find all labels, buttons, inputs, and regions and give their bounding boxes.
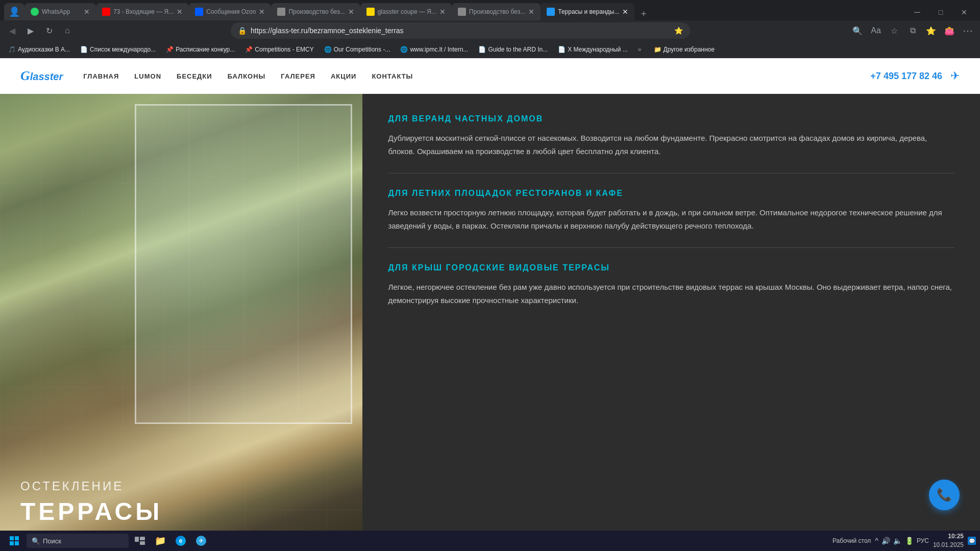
browser-chrome: 👤 WhatsApp ✕ 73 - Входящие — Я... ✕ Сооб… — [0, 0, 980, 58]
maximize-button[interactable]: □ — [929, 4, 952, 20]
forward-button[interactable]: ▶ — [22, 22, 39, 39]
nav-lumon[interactable]: LUMON — [134, 72, 161, 80]
svg-rect-0 — [10, 536, 14, 540]
bookmark-ipmc[interactable]: 🌐 www.ipmc.lt / Intern... — [396, 44, 472, 55]
main-content-area: ОСТЕКЛЕНИЕ ТЕРРАСЫ ДЛЯ ВЕРАНД ЧАСТНЫХ ДО… — [0, 94, 980, 551]
bookmark-guide[interactable]: 📄 Guide to the ARD In... — [474, 44, 552, 55]
browser-wallet-icon[interactable]: 👛 — [941, 22, 958, 39]
section-title-3: ДЛЯ КРЫШ ГОРОДСКИЕ ВИДОВЫЕ ТЕРРАСЫ — [388, 263, 954, 272]
tab-close-glasster-ya[interactable]: ✕ — [439, 8, 446, 16]
hero-overlay-text: ОСТЕКЛЕНИЕ ТЕРРАСЫ — [20, 479, 342, 525]
tab-whatsapp[interactable]: WhatsApp ✕ — [24, 3, 96, 20]
profile-tab[interactable]: 👤 — [4, 3, 24, 20]
hero-title: ТЕРРАСЫ — [20, 497, 342, 525]
nav-gazebos[interactable]: БЕСЕДКИ — [177, 72, 212, 80]
new-tab-button[interactable]: ＋ — [636, 6, 651, 20]
section-private-homes: ДЛЯ ВЕРАНД ЧАСТНЫХ ДОМОВ Дублируется мос… — [388, 114, 954, 158]
section-text-1: Дублируется москитной сеткой-плиссе от н… — [388, 132, 954, 158]
taskbar-search-bar[interactable]: 🔍 Поиск — [27, 534, 129, 548]
split-view-icon[interactable]: ⧉ — [904, 22, 921, 39]
taskbar-edge[interactable]: e — [172, 532, 190, 550]
main-nav: ГЛАВНАЯ LUMON БЕСЕДКИ БАЛКОНЫ ГАЛЕРЕЯ АК… — [83, 72, 870, 80]
tab-close-yandex[interactable]: ✕ — [177, 8, 183, 16]
taskbar-apps: 📁 e ✈ — [131, 532, 210, 550]
address-bar[interactable]: 🔒 https://glass-ter.ru/bezramnoe_ostekle… — [231, 22, 690, 39]
tray-chevron-icon[interactable]: ^ — [875, 537, 878, 545]
float-call-button[interactable]: 📞 — [929, 480, 960, 510]
site-logo[interactable]: Glasster — [20, 68, 63, 84]
tray-network-icon[interactable]: 🔊 — [881, 537, 890, 545]
divider-2 — [388, 247, 954, 248]
svg-rect-2 — [10, 541, 14, 545]
tab-close-prod1[interactable]: ✕ — [348, 8, 354, 16]
section-text-2: Легко возвести просторную летнюю площадк… — [388, 206, 954, 232]
tray-clock[interactable]: 10:25 10.01.2025 — [933, 532, 964, 549]
bookmark-spisok[interactable]: 📄 Список международо... — [76, 44, 160, 55]
tab-close-whatsapp[interactable]: ✕ — [84, 8, 90, 16]
back-button[interactable]: ◀ — [4, 22, 20, 39]
search-icon-btn[interactable]: 🔍 — [849, 22, 866, 39]
section-title-1: ДЛЯ ВЕРАНД ЧАСТНЫХ ДОМОВ — [388, 114, 954, 123]
tray-icons: ^ 🔊 🔈 🔋 РУС — [875, 537, 929, 545]
minimize-button[interactable]: ─ — [905, 4, 929, 20]
nav-gallery[interactable]: ГАЛЕРЕЯ — [281, 72, 315, 80]
tray-lang[interactable]: РУС — [917, 537, 929, 544]
hero-image-panel: ОСТЕКЛЕНИЕ ТЕРРАСЫ — [0, 94, 362, 551]
read-mode-icon[interactable]: Aa — [868, 22, 884, 39]
home-button[interactable]: ⌂ — [59, 22, 76, 39]
collections-icon[interactable]: ⭐ — [923, 22, 939, 39]
svg-rect-4 — [135, 537, 139, 542]
bookmark-mezhdunarodny[interactable]: 📄 X Международный ... — [554, 44, 632, 55]
nav-balconies[interactable]: БАЛКОНЫ — [228, 72, 266, 80]
more-menu-icon[interactable]: ⋯ — [960, 22, 976, 39]
section-restaurants: ДЛЯ ЛЕТНИХ ПЛОЩАДОК РЕСТОРАНОВ И КАФЕ Ле… — [388, 189, 954, 232]
tray-label: Рабочий стол — [832, 537, 871, 544]
divider-1 — [388, 173, 954, 173]
notification-icon[interactable]: 💬 — [968, 537, 976, 545]
svg-rect-1 — [15, 536, 19, 540]
taskbar-file-explorer[interactable]: 📁 — [151, 532, 169, 550]
section-title-2: ДЛЯ ЛЕТНИХ ПЛОЩАДОК РЕСТОРАНОВ И КАФЕ — [388, 189, 954, 198]
svg-rect-6 — [140, 541, 145, 545]
tab-glasster-ya[interactable]: glasster coupe — Я... ✕ — [360, 3, 452, 20]
site-phone[interactable]: +7 495 177 82 46 — [870, 71, 942, 82]
favorites-icon[interactable]: ☆ — [886, 22, 902, 39]
bookmark-emcy[interactable]: 📌 Competitions - EMCY — [241, 44, 317, 55]
nav-promo[interactable]: АКЦИИ — [331, 72, 357, 80]
nav-home[interactable]: ГЛАВНАЯ — [83, 72, 119, 80]
info-content-panel: ДЛЯ ВЕРАНД ЧАСТНЫХ ДОМОВ Дублируется мос… — [362, 94, 980, 551]
tab-close-active[interactable]: ✕ — [622, 8, 628, 16]
taskbar-telegram[interactable]: ✈ — [192, 532, 210, 550]
tray-volume-icon[interactable]: 🔈 — [893, 537, 902, 545]
taskbar-task-view[interactable] — [131, 532, 149, 550]
svg-rect-5 — [140, 537, 145, 540]
section-text-3: Легкое, негорючее остекление без рам уже… — [388, 281, 954, 307]
address-bar-row: ◀ ▶ ↻ ⌂ 🔒 https://glass-ter.ru/bezramnoe… — [0, 20, 980, 41]
tab-prod1[interactable]: Производство без... ✕ — [271, 3, 360, 20]
address-text: https://glass-ter.ru/bezramnoe_ostekleni… — [251, 27, 670, 35]
tab-prod2[interactable]: Производство без... ✕ — [452, 3, 541, 20]
tab-close-ozon[interactable]: ✕ — [259, 8, 265, 16]
bookmarks-bar: 🎵 Аудиосказки В А... 📄 Список международ… — [0, 41, 980, 58]
tab-ozon[interactable]: Сообщения Ozon ✕ — [189, 3, 271, 20]
tray-battery-icon[interactable]: 🔋 — [905, 537, 914, 545]
bookmarks-more-button[interactable]: » — [634, 44, 646, 55]
website: Glasster ГЛАВНАЯ LUMON БЕСЕДКИ БАЛКОНЫ Г… — [0, 58, 980, 551]
taskbar-search-text: Поиск — [43, 537, 61, 545]
nav-contacts[interactable]: КОНТАКТЫ — [372, 72, 413, 80]
bookmark-raspisanie[interactable]: 📌 Расписание конкур... — [162, 44, 239, 55]
tab-yandex[interactable]: 73 - Входящие — Я... ✕ — [96, 3, 189, 20]
close-button[interactable]: ✕ — [952, 4, 976, 20]
telegram-icon[interactable]: ✈ — [950, 69, 960, 83]
bookmark-competitions[interactable]: 🌐 Our Competitions -... — [320, 44, 395, 55]
reload-button[interactable]: ↻ — [41, 22, 57, 39]
tab-active-terrace[interactable]: Террасы и веранды... ✕ — [541, 3, 634, 20]
site-nav: Glasster ГЛАВНАЯ LUMON БЕСЕДКИ БАЛКОНЫ Г… — [0, 58, 980, 94]
phone-icon: 📞 — [937, 488, 952, 502]
start-button[interactable] — [4, 531, 24, 551]
hero-subtitle: ОСТЕКЛЕНИЕ — [20, 479, 342, 493]
bookmark-folder-other[interactable]: 📁 Другое избранное — [650, 44, 719, 55]
section-rooftop: ДЛЯ КРЫШ ГОРОДСКИЕ ВИДОВЫЕ ТЕРРАСЫ Легко… — [388, 263, 954, 307]
tab-close-prod2[interactable]: ✕ — [528, 8, 534, 16]
bookmark-audioskazki[interactable]: 🎵 Аудиосказки В А... — [4, 44, 74, 55]
